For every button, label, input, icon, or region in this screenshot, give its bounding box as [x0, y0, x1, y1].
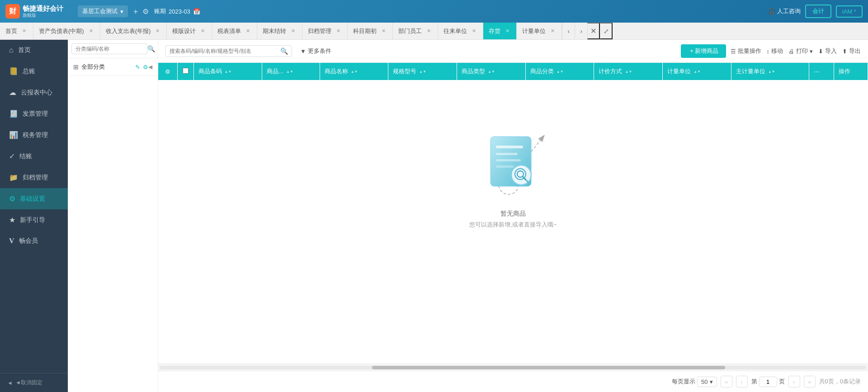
tab-close-icon[interactable]: ✕: [380, 28, 387, 34]
tab-homepage[interactable]: 首页 ✕: [0, 23, 33, 39]
th-unit[interactable]: 计量单位 ▲▼: [663, 63, 731, 80]
tab-close-icon[interactable]: ✕: [504, 28, 511, 34]
chevron-down-icon: ▾: [120, 8, 123, 15]
last-page-button[interactable]: »: [804, 376, 816, 387]
th-more[interactable]: ⋯: [809, 63, 834, 80]
th-settings[interactable]: ⚙: [158, 63, 177, 80]
tab-contacts[interactable]: 往来单位 ✕: [438, 23, 483, 39]
all-categories-item[interactable]: ⊞ 全部分类 ✎ ⚙ ◀: [68, 58, 158, 76]
tab-next-button[interactable]: ›: [575, 23, 587, 39]
iam-button[interactable]: iAM *: [836, 5, 863, 18]
tab-close-icon[interactable]: ✕: [471, 28, 477, 34]
th-name[interactable]: 商品名称 ▲▼: [320, 63, 388, 80]
tab-balance-sheet[interactable]: 资产负债表(中期) ✕: [33, 23, 100, 39]
th-more-label: ⋯: [814, 68, 820, 75]
tab-prev-button[interactable]: ‹: [562, 23, 575, 39]
tab-close-icon[interactable]: ✕: [199, 28, 206, 34]
ai-consult-label: 人工咨询: [777, 7, 801, 15]
sidebar-item-ledger[interactable]: 📒 总账: [0, 61, 68, 82]
tab-close-all-button[interactable]: ✕: [587, 23, 600, 39]
kuaiji-button[interactable]: 会计: [805, 5, 831, 18]
category-search-input[interactable]: [71, 43, 147, 54]
more-filter-button[interactable]: ▼ 更多条件: [297, 45, 335, 57]
export-button[interactable]: ⬆ 导出: [842, 47, 861, 55]
tab-period-transfer[interactable]: 期末结转 ✕: [257, 23, 302, 39]
sort-icon: ▲▼: [488, 70, 495, 74]
page-size-area: 每页显示 50 ▾: [672, 377, 717, 387]
home-icon: ⌂: [9, 46, 14, 54]
th-code-label: 商品...: [267, 67, 283, 76]
edit-category-icon[interactable]: ✎: [135, 64, 140, 71]
settings-icon[interactable]: ⚙: [142, 7, 149, 16]
sidebar-item-home[interactable]: ⌂ 首页: [0, 40, 68, 61]
sidebar-item-tax[interactable]: 📊 税务管理: [0, 124, 68, 146]
sidebar-item-archive[interactable]: 📁 归档管理: [0, 167, 68, 188]
tab-income-statement[interactable]: 收入支出表(年报) ✕: [100, 23, 167, 39]
tab-expand-button[interactable]: ⤢: [600, 23, 613, 39]
sidebar-item-member[interactable]: V 畅会员: [0, 231, 68, 251]
th-category[interactable]: 商品分类 ▲▼: [525, 63, 594, 80]
tab-close-icon[interactable]: ✕: [245, 28, 251, 34]
th-barcode[interactable]: 商品条码 ▲▼: [193, 63, 262, 80]
book-icon: 📒: [9, 67, 18, 76]
goods-search-icon[interactable]: 🔍: [280, 47, 288, 55]
th-checkbox[interactable]: [177, 63, 193, 80]
tab-close-icon[interactable]: ✕: [21, 28, 28, 34]
tab-tax-list[interactable]: 税表清单 ✕: [212, 23, 257, 39]
tab-label: 期末结转: [263, 27, 286, 35]
logo-text: 畅捷通好会计 旗舰版: [23, 5, 63, 18]
category-search-icon[interactable]: 🔍: [147, 45, 155, 52]
goods-search-input[interactable]: [170, 48, 280, 54]
scrollbar-thumb[interactable]: [372, 366, 725, 369]
tab-units[interactable]: 计量单位 ✕: [517, 23, 562, 39]
select-all-checkbox[interactable]: [183, 68, 189, 74]
prev-page-button[interactable]: ‹: [736, 376, 748, 387]
settings-category-icon[interactable]: ⚙: [143, 64, 148, 71]
tab-dept-staff[interactable]: 部门员工 ✕: [393, 23, 438, 39]
tab-close-icon[interactable]: ✕: [549, 28, 556, 34]
ai-consult-button[interactable]: 🎧 人工咨询: [768, 7, 801, 15]
grid-icon: ⊞: [73, 63, 79, 71]
chart-icon: 📊: [9, 131, 18, 139]
sidebar-item-reports[interactable]: ☁ 云报表中心: [0, 82, 68, 103]
collapse-arrow-icon[interactable]: ◀: [148, 64, 152, 70]
page-size-selector[interactable]: 50 ▾: [697, 377, 717, 387]
tab-close-icon[interactable]: ✕: [425, 28, 432, 34]
tab-label: 资产负债表(中期): [39, 27, 84, 35]
th-spec[interactable]: 规格型号 ▲▼: [388, 63, 457, 80]
import-button[interactable]: ⬇ 导入: [818, 47, 837, 55]
tab-template-design[interactable]: 模版设计 ✕: [167, 23, 212, 39]
gear-icon: ⚙: [9, 194, 15, 203]
sidebar-item-settings[interactable]: ⚙ 基础设置: [0, 188, 68, 209]
sidebar-item-close[interactable]: ✓ 结账: [0, 146, 68, 167]
tab-close-icon[interactable]: ✕: [154, 28, 161, 34]
th-type[interactable]: 商品类型 ▲▼: [457, 63, 526, 80]
calendar-icon[interactable]: 📅: [193, 8, 200, 15]
tab-archive-mgmt[interactable]: 归档管理 ✕: [302, 23, 348, 39]
tab-close-icon[interactable]: ✕: [335, 28, 342, 34]
batch-operation-button[interactable]: ☰ 批量操作: [731, 47, 761, 55]
table-scrollbar[interactable]: [158, 364, 868, 371]
print-label: 打印: [796, 47, 808, 55]
sidebar-item-invoice[interactable]: 🧾 发票管理: [0, 103, 68, 124]
org-selector[interactable]: 基层工会测试 ▾: [78, 5, 128, 17]
next-page-button[interactable]: ›: [788, 376, 800, 387]
add-goods-button[interactable]: + 新增商品: [681, 44, 726, 58]
th-main-unit[interactable]: 主计量单位 ▲▼: [731, 63, 809, 80]
tab-inventory[interactable]: 存货 ✕: [483, 23, 517, 39]
sidebar-item-guide[interactable]: ★ 新手引导: [0, 209, 68, 231]
unpin-sidebar-button[interactable]: ◄ ◄取消固定: [0, 373, 68, 392]
th-code[interactable]: 商品... ▲▼: [262, 63, 320, 80]
tab-close-icon[interactable]: ✕: [290, 28, 297, 34]
sidebar-label: 首页: [18, 46, 31, 54]
svg-rect-5: [496, 159, 521, 161]
logo-area: 财 畅捷通好会计 旗舰版: [5, 4, 73, 19]
page-number-input[interactable]: [759, 377, 777, 387]
print-button[interactable]: 🖨 打印 ▾: [788, 47, 813, 55]
th-price-method[interactable]: 计价方式 ▲▼: [594, 63, 663, 80]
tab-subject-initial[interactable]: 科目期初 ✕: [348, 23, 393, 39]
add-tab-button[interactable]: ＋: [132, 6, 140, 17]
move-button[interactable]: ↕ 移动: [767, 47, 783, 55]
first-page-button[interactable]: «: [721, 376, 732, 387]
tab-close-icon[interactable]: ✕: [88, 28, 94, 34]
